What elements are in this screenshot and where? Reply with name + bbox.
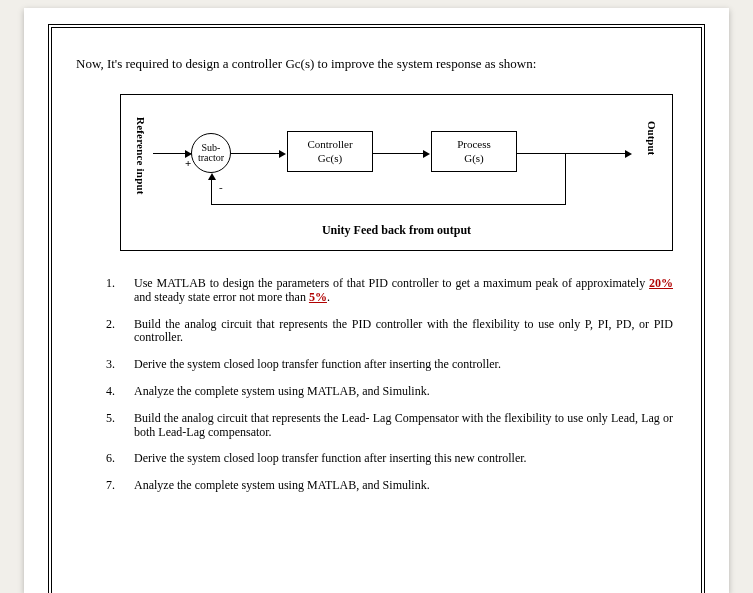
item-text: Derive the system closed loop transfer f… xyxy=(134,452,673,466)
item-number: 3. xyxy=(106,358,134,372)
plus-sign: + xyxy=(185,157,191,169)
intro-text: Now, It's required to design a controlle… xyxy=(76,56,677,72)
arrowhead-icon xyxy=(625,150,632,158)
text-span: and steady state error not more than xyxy=(134,290,309,304)
page-frame: Now, It's required to design a controlle… xyxy=(48,24,705,593)
item-text: Use MATLAB to design the parameters of t… xyxy=(134,277,673,305)
item-text: Build the analog circuit that represents… xyxy=(134,318,673,346)
controller-sub: Gc(s) xyxy=(298,151,362,165)
minus-sign: - xyxy=(219,181,223,193)
diagram-canvas: Reference input Output + Sub- tractor - … xyxy=(129,109,664,213)
highlight-5: 5% xyxy=(309,290,327,304)
feedback-line xyxy=(211,204,566,205)
controller-block: Controller Gc(s) xyxy=(287,131,373,172)
output-label: Output xyxy=(646,121,658,155)
item-text: Build the analog circuit that represents… xyxy=(134,412,673,440)
subtractor-line2: tractor xyxy=(198,153,224,164)
task-list: 1. Use MATLAB to design the parameters o… xyxy=(106,277,673,493)
item-text: Derive the system closed loop transfer f… xyxy=(134,358,673,372)
process-sub: G(s) xyxy=(442,151,506,165)
controller-title: Controller xyxy=(298,137,362,151)
list-item: 4. Analyze the complete system using MAT… xyxy=(106,385,673,399)
list-item: 6. Derive the system closed loop transfe… xyxy=(106,452,673,466)
list-item: 7. Analyze the complete system using MAT… xyxy=(106,479,673,493)
diagram-caption: Unity Feed back from output xyxy=(129,223,664,238)
subtractor-block: Sub- tractor xyxy=(191,133,231,173)
list-item: 1. Use MATLAB to design the parameters o… xyxy=(106,277,673,305)
item-number: 4. xyxy=(106,385,134,399)
list-item: 2. Build the analog circuit that represe… xyxy=(106,318,673,346)
arrowhead-icon xyxy=(208,173,216,180)
process-block: Process G(s) xyxy=(431,131,517,172)
highlight-20: 20% xyxy=(649,276,673,290)
feedback-line xyxy=(211,179,212,205)
item-number: 6. xyxy=(106,452,134,466)
list-item: 3. Derive the system closed loop transfe… xyxy=(106,358,673,372)
process-title: Process xyxy=(442,137,506,151)
item-number: 2. xyxy=(106,318,134,346)
item-text: Analyze the complete system using MATLAB… xyxy=(134,479,673,493)
arrow-line xyxy=(517,153,627,154)
arrow-line xyxy=(373,153,425,154)
arrowhead-icon xyxy=(423,150,430,158)
reference-input-label: Reference input xyxy=(135,117,147,195)
text-span: Use MATLAB to design the parameters of t… xyxy=(134,276,649,290)
arrow-line xyxy=(231,153,281,154)
list-item: 5. Build the analog circuit that represe… xyxy=(106,412,673,440)
text-span: . xyxy=(327,290,330,304)
document-page: Now, It's required to design a controlle… xyxy=(24,8,729,593)
arrowhead-icon xyxy=(279,150,286,158)
block-diagram: Reference input Output + Sub- tractor - … xyxy=(120,94,673,251)
item-number: 7. xyxy=(106,479,134,493)
item-number: 1. xyxy=(106,277,134,305)
item-number: 5. xyxy=(106,412,134,440)
feedback-line xyxy=(565,153,566,205)
item-text: Analyze the complete system using MATLAB… xyxy=(134,385,673,399)
